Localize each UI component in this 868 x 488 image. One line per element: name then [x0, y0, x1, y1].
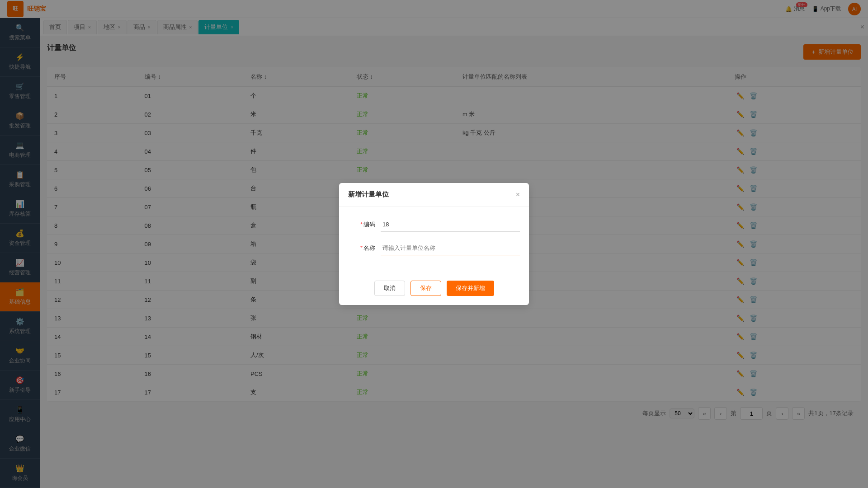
modal-header: 新增计量单位 ×	[339, 183, 529, 206]
modal-footer: 取消 保存 保存并新增	[339, 275, 529, 305]
save-button[interactable]: 保存	[410, 281, 441, 296]
save-new-button[interactable]: 保存并新增	[447, 281, 494, 296]
name-form-row: *名称	[348, 241, 520, 255]
code-form-row: *编码	[348, 217, 520, 232]
name-input[interactable]	[381, 241, 520, 255]
code-label: *编码	[348, 221, 375, 229]
modal-body: *编码 *名称	[339, 206, 529, 275]
code-input[interactable]	[381, 217, 520, 232]
add-unit-modal: 新增计量单位 × *编码 *名称 取消 保存 保存并新增	[339, 183, 529, 305]
modal-overlay[interactable]: 新增计量单位 × *编码 *名称 取消 保存 保存并新增	[0, 0, 868, 488]
cancel-button[interactable]: 取消	[374, 281, 405, 296]
modal-title: 新增计量单位	[348, 190, 389, 199]
modal-close-button[interactable]: ×	[516, 191, 520, 199]
name-label: *名称	[348, 244, 375, 252]
